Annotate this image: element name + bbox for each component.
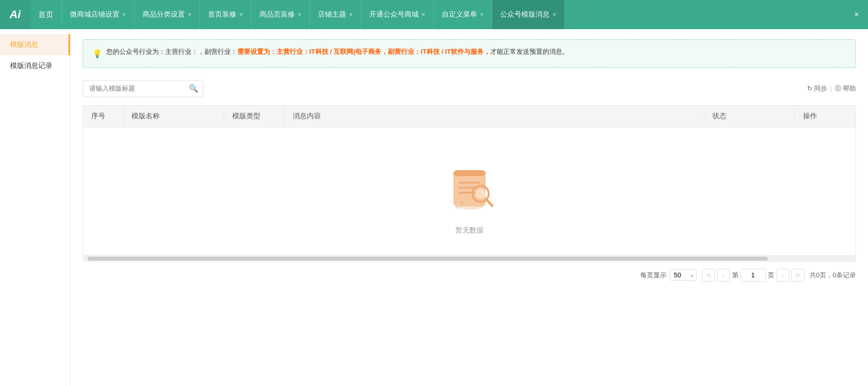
empty-illustration [439,158,500,218]
tab-home-label: 首页 [38,10,53,20]
prev-page-button[interactable]: ‹ [717,269,730,282]
tab-homepage-label: 首页装修 [208,10,236,19]
sync-button[interactable]: ↻ 同步 [807,84,827,93]
tab-wechat-shop[interactable]: 开通公众号商城 × [361,0,434,29]
tab-productpage-close[interactable]: × [298,11,301,18]
svg-line-8 [486,199,492,206]
top-nav: Ai 首页 微商城店铺设置 × 商品分类设置 × 首页装修 × 商品页装修 × … [0,0,868,29]
tab-weshop-close[interactable]: × [122,11,126,18]
tab-custom-menu-close[interactable]: × [480,11,484,18]
tab-wechat-shop-label: 开通公众号商城 [369,10,419,19]
search-icon[interactable]: 🔍 [189,84,198,93]
main-content: 💡 您的公众号行业为：主营行业：，副营行业：需要设置为：主营行业：IT科技 / … [71,29,868,386]
page-label: 页 [768,271,774,280]
th-status: 状态 [704,106,795,127]
tab-wechat-shop-close[interactable]: × [422,11,425,18]
tab-template-msg-label: 公众号模版消息 [500,10,550,19]
page-input[interactable] [741,269,766,282]
first-page-button[interactable]: ⊲ [702,269,715,282]
svg-point-9 [460,201,463,204]
tab-custom-menu-label: 自定义菜单 [442,10,477,19]
page-size-wrap: 10 20 50 100 [670,269,697,281]
tab-template-msg-close[interactable]: × [553,11,556,18]
tab-template-msg[interactable]: 公众号模版消息 × [492,0,565,29]
tab-productpage[interactable]: 商品页装修 × [251,0,310,29]
empty-text: 暂无数据 [455,226,484,235]
notice-box: 💡 您的公众号行业为：主营行业：，副营行业：需要设置为：主营行业：IT科技 / … [83,39,856,68]
help-icon: ⓪ [835,84,841,93]
th-action: 操作 [795,106,855,127]
page-size-dropdown[interactable]: 10 20 50 100 [670,269,697,281]
total-info: 共0页，0条记录 [810,271,856,280]
tab-home[interactable]: 首页 [30,0,62,29]
notice-icon: 💡 [92,47,102,60]
tab-weshop[interactable]: 微商城店铺设置 × [62,0,135,29]
close-all-button[interactable]: × [845,0,868,29]
notice-text: 您的公众号行业为：主营行业：，副营行业：需要设置为：主营行业：IT科技 / 互联… [106,47,569,57]
last-page-button[interactable]: ⊳ [791,269,805,282]
tab-theme-label: 店铺主题 [318,10,346,19]
sidebar-item-template-msg[interactable]: 模版消息 [0,34,70,55]
search-left: 🔍 [83,80,204,97]
svg-point-7 [476,189,486,199]
tab-category-label: 商品分类设置 [143,10,185,19]
horizontal-scrollbar[interactable] [83,256,856,262]
th-type: 模版类型 [224,106,285,127]
th-index: 序号 [83,106,123,127]
table: 序号 模版名称 模版类型 消息内容 状态 操作 [83,105,856,256]
tab-homepage-close[interactable]: × [239,11,243,18]
table-header: 序号 模版名称 模版类型 消息内容 状态 操作 [83,106,855,127]
tab-weshop-label: 微商城店铺设置 [70,10,119,19]
tab-homepage[interactable]: 首页装修 × [200,0,251,29]
sync-icon: ↻ [807,85,813,92]
svg-rect-2 [453,170,486,176]
page-prefix: 第 [732,271,739,280]
tab-category-close[interactable]: × [188,11,191,18]
tab-theme[interactable]: 店铺主题 × [310,0,361,29]
help-button[interactable]: ⓪ 帮助 [835,84,856,93]
app-logo: Ai [0,0,30,29]
empty-state: 暂无数据 [83,127,855,255]
th-name: 模版名称 [123,106,224,127]
scroll-thumb[interactable] [88,257,768,261]
tab-theme-close[interactable]: × [349,11,353,18]
page-size-select: 每页显示 10 20 50 100 [640,269,697,281]
page-nav: ⊲ ‹ 第 页 › ⊳ [702,269,805,282]
search-bar: 🔍 ↻ 同步 | ⓪ 帮助 [83,80,856,97]
layout: 模版消息 模版消息记录 💡 您的公众号行业为：主营行业：，副营行业：需要设置为：… [0,29,868,386]
search-right: ↻ 同步 | ⓪ 帮助 [807,84,856,93]
search-input-wrap: 🔍 [83,80,204,97]
next-page-button[interactable]: › [776,269,789,282]
search-input[interactable] [83,80,204,97]
tab-custom-menu[interactable]: 自定义菜单 × [434,0,492,29]
page-size-label: 每页显示 [640,271,666,280]
tab-category[interactable]: 商品分类设置 × [135,0,200,29]
pagination: 每页显示 10 20 50 100 ⊲ ‹ 第 页 › ⊳ [83,262,856,284]
th-content: 消息内容 [285,106,704,127]
sidebar-item-template-log[interactable]: 模版消息记录 [0,55,70,76]
notice-highlight: 需要设置为：主营行业：IT科技 / 互联网|电子商务，副营行业：IT科技 / I… [237,48,490,55]
divider: | [830,85,832,92]
svg-point-10 [456,207,458,209]
sidebar: 模版消息 模版消息记录 [0,29,71,386]
tab-productpage-label: 商品页装修 [259,10,295,19]
